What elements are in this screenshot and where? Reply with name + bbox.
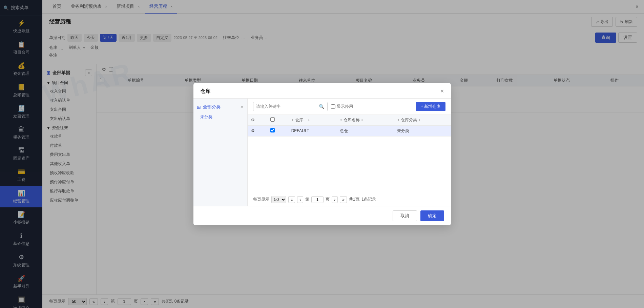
modal-right-panel: 🔍 显示停用 + 新增仓库 ⚙ xyxy=(248,99,451,206)
modal-col-category: ⬆ 仓库分类 ⬇ xyxy=(394,115,451,126)
modal-table-row[interactable]: ⚙ DEFAULT 总仓 未分类 xyxy=(248,125,451,136)
modal-overlay: 仓库 × ⊞ 全部分类 « 未分类 🔍 xyxy=(0,0,644,308)
modal-header-checkbox[interactable] xyxy=(270,117,275,122)
modal-table-header: ⚙ ⬆ 仓库... ⬇ ⬆ 仓库名称 ⬇ xyxy=(248,115,451,126)
modal-col-name: ⬆ 仓库名称 ⬇ xyxy=(336,115,394,126)
modal-table-wrapper: ⚙ ⬆ 仓库... ⬇ ⬆ 仓库名称 ⬇ xyxy=(248,115,451,193)
modal-row-check[interactable] xyxy=(267,125,288,136)
modal-row-name: 总仓 xyxy=(336,125,394,136)
modal-collapse-icon[interactable]: « xyxy=(241,104,243,109)
modal-page-unit: 页 xyxy=(326,197,330,202)
modal-last-page[interactable]: » xyxy=(340,196,347,203)
add-warehouse-button[interactable]: + 新增仓库 xyxy=(416,102,445,111)
modal-search-box: 🔍 xyxy=(253,102,328,111)
modal-first-page[interactable]: « xyxy=(288,196,295,203)
warehouse-modal: 仓库 × ⊞ 全部分类 « 未分类 🔍 xyxy=(193,83,451,225)
show-disabled-input[interactable] xyxy=(331,104,335,109)
modal-row-category: 未分类 xyxy=(394,125,451,136)
modal-close-button[interactable]: × xyxy=(440,88,444,95)
sort-icon-up: ⬆ xyxy=(291,119,294,122)
modal-actions: 取消 确定 xyxy=(193,206,451,225)
modal-prev-page[interactable]: ‹ xyxy=(297,196,303,203)
modal-col-code: ⬆ 仓库... ⬇ xyxy=(288,115,336,126)
modal-header: 仓库 × xyxy=(193,83,451,99)
sort-icon-name-down: ⬇ xyxy=(361,119,363,122)
modal-next-page[interactable]: › xyxy=(332,196,338,203)
show-disabled-label: 显示停用 xyxy=(337,104,353,109)
modal-search-input[interactable] xyxy=(253,102,316,110)
modal-page-input[interactable] xyxy=(311,196,324,203)
sort-icon-cat-up: ⬆ xyxy=(397,119,400,122)
modal-table: ⚙ ⬆ 仓库... ⬇ ⬆ 仓库名称 ⬇ xyxy=(248,115,451,137)
show-disabled-checkbox[interactable]: 显示停用 xyxy=(331,104,353,109)
modal-row-settings[interactable]: ⚙ xyxy=(248,125,267,136)
confirm-button[interactable]: 确定 xyxy=(420,210,444,221)
modal-title: 仓库 xyxy=(200,88,210,95)
modal-body: ⊞ 全部分类 « 未分类 🔍 显示停用 xyxy=(193,99,451,206)
modal-row-code: DEFAULT xyxy=(288,125,336,136)
modal-toolbar: 🔍 显示停用 + 新增仓库 xyxy=(248,99,451,115)
sort-icon-down: ⬇ xyxy=(308,119,310,122)
modal-per-page-select[interactable]: 50 xyxy=(271,196,286,203)
modal-page-label: 第 xyxy=(305,197,309,202)
modal-total-label: 共1页, 1条记录 xyxy=(349,197,376,202)
modal-grid-icon: ⊞ xyxy=(197,104,201,110)
modal-all-category-label: 全部分类 xyxy=(203,104,221,110)
modal-left-panel: ⊞ 全部分类 « 未分类 xyxy=(193,99,248,206)
sort-icon-cat-down: ⬇ xyxy=(418,119,421,122)
modal-col-check xyxy=(267,115,288,126)
modal-pagination: 每页显示 50 « ‹ 第 页 › » 共1页, 1条记录 xyxy=(248,193,451,206)
row-settings-icon[interactable]: ⚙ xyxy=(251,128,255,133)
sort-icon-name-up: ⬆ xyxy=(340,119,342,122)
modal-search-button[interactable]: 🔍 xyxy=(316,102,327,111)
modal-col-settings: ⚙ xyxy=(248,115,267,126)
modal-row-checkbox[interactable] xyxy=(270,128,275,132)
modal-per-page-label: 每页显示 xyxy=(253,197,269,202)
modal-all-category[interactable]: ⊞ 全部分类 « xyxy=(193,102,247,112)
modal-uncategorized-item[interactable]: 未分类 xyxy=(193,112,247,122)
modal-settings-icon[interactable]: ⚙ xyxy=(251,118,255,122)
cancel-button[interactable]: 取消 xyxy=(393,210,417,221)
